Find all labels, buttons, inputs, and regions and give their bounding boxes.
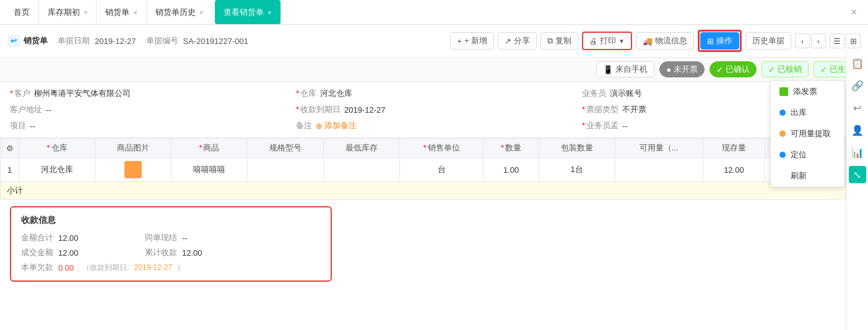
sidebar-clipboard-icon[interactable]: 📋 bbox=[849, 54, 866, 72]
sidebar-link-icon[interactable]: 🔗 bbox=[849, 77, 866, 94]
plus-note-icon: ⊕ bbox=[316, 121, 323, 131]
col-spec: 规格型号 bbox=[247, 139, 323, 158]
toolbar-right: + + 新增 ↗ 分享 ⧉ 复制 🖨 打印 ▼ 🚚 bbox=[450, 30, 861, 52]
refresh-label: 刷新 bbox=[791, 170, 807, 181]
tab-view-sales-close[interactable]: × bbox=[267, 9, 271, 16]
row-img bbox=[95, 158, 171, 182]
add-invoice-label: 添发票 bbox=[793, 86, 817, 97]
print-button[interactable]: 🖨 打印 ▼ bbox=[582, 32, 632, 50]
row-current-stock: 12.00 bbox=[703, 158, 765, 182]
operation-button[interactable]: ⊞ 操作 bbox=[700, 32, 739, 50]
address-row: 客户地址 -- bbox=[10, 104, 286, 115]
print-icon: 🖨 bbox=[589, 37, 597, 46]
grid-view-icon[interactable]: ⊞ bbox=[846, 33, 861, 48]
new-button[interactable]: + + 新增 bbox=[450, 32, 494, 50]
copy-button[interactable]: ⧉ 复制 bbox=[540, 32, 578, 50]
payment-title: 收款信息 bbox=[21, 215, 321, 226]
share-button[interactable]: ↗ 分享 bbox=[498, 32, 537, 50]
product-image bbox=[124, 161, 142, 178]
sold-badge: ✓ 已核销 bbox=[762, 61, 809, 77]
payment-date-value: 2019-12-27 bbox=[344, 105, 386, 115]
check-icon: ✓ bbox=[716, 65, 723, 74]
tab-inventory-close[interactable]: × bbox=[84, 9, 87, 16]
payment-date-label: 收款到期日 bbox=[296, 104, 341, 115]
sidebar-user-icon[interactable]: 👤 bbox=[849, 121, 866, 139]
operation-label: 操作 bbox=[716, 35, 732, 46]
tab-sales-history[interactable]: 销货单历史 × bbox=[147, 0, 212, 24]
col-min-stock: 最低库存 bbox=[323, 139, 399, 158]
gear-header[interactable]: ⚙ bbox=[1, 139, 19, 158]
sold-label: 已核销 bbox=[778, 64, 802, 75]
col-product: 商品 bbox=[171, 139, 247, 158]
tab-home[interactable]: 首页 bbox=[5, 0, 39, 24]
staff2-label: 业务员孟 bbox=[582, 120, 618, 131]
table-header-row: ⚙ 仓库 商品图片 商品 规格型号 最低库存 销售单位 数量 包装数量 可用量（… bbox=[1, 139, 846, 158]
owed-label: 本单欠款 bbox=[21, 262, 53, 273]
confirm-button[interactable]: ✓ 已确认 bbox=[710, 61, 757, 77]
bottom-info: 收款信息 金额合计 12.00 同单现结 -- 成交金额 12.00 bbox=[0, 200, 868, 288]
table-wrapper: ⚙ 仓库 商品图片 商品 规格型号 最低库存 销售单位 数量 包装数量 可用量（… bbox=[0, 138, 846, 200]
project-value: -- bbox=[30, 121, 35, 131]
available-extract-dot bbox=[779, 131, 786, 137]
tab-home-label: 首页 bbox=[14, 7, 30, 18]
tab-sales-label: 销货单 bbox=[105, 7, 129, 18]
tab-view-sales[interactable]: 查看销货单 × bbox=[215, 0, 280, 24]
add-note-button[interactable]: ⊕ 添加备注 bbox=[316, 120, 357, 131]
dropdown-refresh[interactable]: 刷新 bbox=[771, 165, 844, 186]
history-button[interactable]: 历史单据 bbox=[745, 32, 791, 50]
staff2-value: -- bbox=[622, 121, 628, 131]
window-close-button[interactable]: × bbox=[845, 7, 863, 18]
main-content: ↩ 销货单 单据日期 2019-12-27 单据编号 SA-20191227-0… bbox=[0, 25, 868, 330]
operation-highlight-box: ⊞ 操作 bbox=[698, 30, 742, 52]
cumulative-row: 累计收款 12.00 bbox=[145, 247, 269, 258]
dropdown-add-invoice[interactable]: 添发票 bbox=[771, 81, 844, 102]
warehouse-value: 河北仓库 bbox=[320, 88, 352, 99]
total-row: 金额合计 12.00 bbox=[21, 232, 145, 243]
row-index: 1 bbox=[1, 158, 19, 182]
row-min-stock bbox=[323, 158, 399, 182]
logistics-button[interactable]: 🚚 物流信息 bbox=[636, 32, 694, 50]
grid-icon: ⊞ bbox=[707, 37, 714, 46]
row-qty: 1.00 bbox=[484, 158, 539, 182]
same-order-row: 同单现结 -- bbox=[145, 232, 269, 243]
sidebar-expand-icon[interactable]: ⤡ bbox=[849, 166, 866, 183]
ticket-type-label: 票据类型 bbox=[582, 104, 618, 115]
cumulative-label: 累计收款 bbox=[145, 247, 177, 258]
ticket-type-value: 不开票 bbox=[622, 104, 646, 115]
list-view-icon[interactable]: ☰ bbox=[830, 33, 844, 48]
sidebar-return-icon[interactable]: ↩ bbox=[849, 99, 866, 116]
logistics-label: 物流信息 bbox=[655, 35, 687, 46]
dropdown-locate[interactable]: 定位 bbox=[771, 144, 844, 165]
tab-sales-order[interactable]: 销货单 × bbox=[97, 0, 146, 24]
truck-icon: 🚚 bbox=[643, 37, 653, 46]
col-qty: 数量 bbox=[484, 139, 539, 158]
date-value: 2019-12-27 bbox=[95, 37, 136, 46]
prev-arrow[interactable]: ‹ bbox=[795, 33, 810, 48]
from-phone-button[interactable]: 📱 来自手机 bbox=[596, 61, 654, 77]
add-note-label: 添加备注 bbox=[324, 120, 357, 131]
action-bar: 📱 来自手机 ● 未开票 ✓ 已确认 ✓ 已核销 ✓ 已生效 bbox=[0, 58, 868, 82]
tab-sales-close[interactable]: × bbox=[133, 9, 137, 16]
tab-inventory-init[interactable]: 库存期初 × bbox=[39, 0, 97, 24]
copy-icon: ⧉ bbox=[547, 36, 553, 46]
col-available: 可用量（... bbox=[615, 139, 703, 158]
address-label: 客户地址 bbox=[10, 104, 42, 115]
add-invoice-check bbox=[779, 87, 788, 96]
col-pack-qty: 包装数量 bbox=[539, 139, 615, 158]
table-row: 1 河北仓库 嘻嘻嘻嘻 台 1.00 1台 12.00 0. bbox=[1, 158, 846, 182]
staff-label: 业务员 bbox=[582, 88, 606, 99]
col-current-stock: 现存量 bbox=[703, 139, 765, 158]
tab-history-close[interactable]: × bbox=[199, 9, 203, 16]
subtotal-row: 小计 bbox=[1, 182, 846, 200]
locate-dot bbox=[779, 152, 786, 158]
dropdown-available-extract[interactable]: 可用量提取 bbox=[771, 123, 844, 144]
same-order-value: -- bbox=[182, 233, 188, 243]
row-warehouse: 河北仓库 bbox=[19, 158, 95, 182]
not-open-button[interactable]: ● 未开票 bbox=[659, 61, 705, 77]
dropdown-outbound[interactable]: 出库 bbox=[771, 102, 844, 123]
sidebar-chart-icon[interactable]: 📊 bbox=[849, 144, 866, 161]
dropdown-menu: 添发票 出库 可用量提取 定位 刷新 bbox=[770, 80, 844, 187]
payment-box: 收款信息 金额合计 12.00 同单现结 -- 成交金额 12.00 bbox=[10, 206, 332, 282]
owed-row: 本单欠款 0.00 （收款到期日: 2019-12-27 ） bbox=[21, 262, 269, 273]
next-arrow[interactable]: › bbox=[811, 33, 826, 48]
